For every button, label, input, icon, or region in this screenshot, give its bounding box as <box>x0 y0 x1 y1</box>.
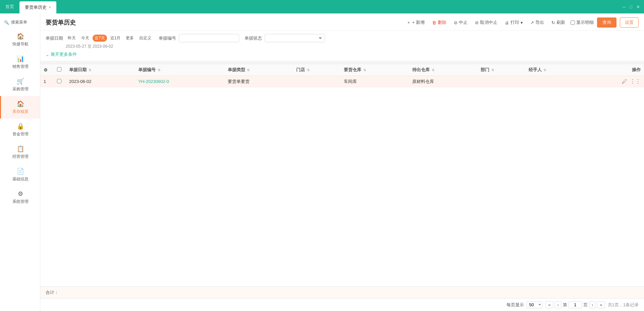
tab-home[interactable]: 首页 <box>0 0 19 13</box>
footer-summary: 合计： <box>40 286 644 298</box>
refresh-label: 刷新 <box>556 19 565 26</box>
sidebar-item-finance[interactable]: 🔒 资金管理 <box>0 119 40 141</box>
row-actions-cell: 🖊 ⋮⋮ <box>583 76 644 87</box>
delete-button[interactable]: 🗑 删除 <box>430 18 448 27</box>
th-doc-no[interactable]: 单据编号 ⇅ <box>135 64 224 76</box>
th-date-label: 单据日期 <box>69 67 87 72</box>
select-all-checkbox[interactable] <box>57 67 61 72</box>
sidebar-item-inventory-label: 库存核算 <box>12 109 29 115</box>
filter-date-range-row: 2023-05-27 至 2023-06-02 <box>46 44 639 49</box>
row-delete-icon[interactable]: ⋮⋮ <box>630 78 641 85</box>
home-icon: 🏠 <box>17 33 24 40</box>
row-checkbox[interactable] <box>57 79 61 83</box>
date-range-text: 2023-05-27 至 2023-06-02 <box>66 44 113 49</box>
minimize-icon[interactable]: ─ <box>623 4 626 9</box>
add-button[interactable]: ＋ + 新增 <box>405 18 427 27</box>
row-doc-no[interactable]: YH-20230602-0 <box>135 76 224 87</box>
page-size-select[interactable]: 50 10 20 100 <box>527 301 543 308</box>
row-doc-type: 要货单要货 <box>224 76 293 87</box>
expand-more-btn[interactable]: ⌄ 展开更多条件 <box>46 51 639 57</box>
sidebar-item-inventory[interactable]: 🏠 库存核算 <box>0 96 40 119</box>
display-detail-label: 显示明细 <box>576 19 594 26</box>
row-checkbox-cell[interactable] <box>54 76 66 87</box>
doc-number-input[interactable] <box>179 34 239 42</box>
th-department[interactable]: 部门 ⇅ <box>477 64 525 76</box>
th-pending-warehouse-label: 待出仓库 <box>412 67 430 72</box>
tab-close-icon[interactable]: × <box>49 5 51 10</box>
page-suffix: 页 <box>583 302 588 308</box>
sort-doc-type-icon: ⇅ <box>247 68 250 72</box>
display-detail-input[interactable] <box>571 20 575 25</box>
th-handler[interactable]: 经手人 ⇅ <box>525 64 583 76</box>
pagination-bar: 每页显示 50 10 20 100 « ‹ 第 页 › » 共1页，1条记录 <box>40 298 644 311</box>
tab-requisition-label: 要货单历史 <box>25 4 47 10</box>
th-store-label: 门店 <box>296 67 305 72</box>
page-actions: ＋ + 新增 🗑 删除 ⊘ 中止 ⊘ 取消中止 🖨 打印 <box>405 17 639 28</box>
display-detail-checkbox[interactable]: 显示明细 <box>571 19 594 26</box>
th-doc-type[interactable]: 单据类型 ⇅ <box>224 64 293 76</box>
shortcut-1month[interactable]: 近1月 <box>108 35 123 42</box>
sidebar-item-quick-nav[interactable]: 🏠 快捷导航 <box>0 29 40 51</box>
clipboard-icon: 📋 <box>17 145 24 152</box>
th-store[interactable]: 门店 ⇅ <box>293 64 340 76</box>
row-doc-no-link[interactable]: YH-20230602-0 <box>138 79 169 84</box>
sidebar-item-basic-info[interactable]: 📄 基础信息 <box>0 164 40 186</box>
delete-icon: 🗑 <box>432 20 436 25</box>
date-filter-label: 单据日期 <box>46 35 63 41</box>
add-icon: ＋ <box>407 19 411 26</box>
page-last-btn[interactable]: » <box>597 301 605 308</box>
top-bar: 首页 要货单历史 × ─ □ ✕ <box>0 0 644 13</box>
tab-home-label: 首页 <box>5 4 14 10</box>
settings-button[interactable]: 设置 <box>620 17 639 28</box>
refresh-button[interactable]: ↻ 刷新 <box>549 18 567 27</box>
tab-requisition-history[interactable]: 要货单历史 × <box>19 1 56 13</box>
table-body: 1 2023-06-02 YH-20230602-0 要货单要货 车间库 原材料… <box>40 76 644 87</box>
th-req-warehouse[interactable]: 要货仓库 ⇅ <box>340 64 409 76</box>
sidebar: 🔍 搜索菜单 🏠 快捷导航 📊 销售管理 🛒 采购管理 🏠 库存核算 🔒 资金管… <box>0 13 40 311</box>
sidebar-item-purchase[interactable]: 🛒 采购管理 <box>0 74 40 96</box>
row-edit-icon[interactable]: 🖊 <box>622 79 627 85</box>
page-header: 要货单历史 ＋ + 新增 🗑 删除 ⊘ 中止 ⊘ 取消中止 <box>40 13 644 31</box>
print-icon: 🖨 <box>505 20 509 25</box>
tab-list: 首页 要货单历史 × <box>0 0 56 13</box>
shortcut-more[interactable]: 更多 <box>124 35 136 42</box>
sidebar-item-quick-nav-label: 快捷导航 <box>12 41 29 47</box>
th-date[interactable]: 单据日期 ⇅ <box>66 64 135 76</box>
page-total: 共1页，1条记录 <box>608 302 639 308</box>
export-icon: ↗ <box>530 20 534 25</box>
filter-bar: 单据日期 昨天 今天 近7天 近1月 更多 自定义 单据编号 单据状态 <box>40 31 644 61</box>
th-actions-label: 操作 <box>632 67 641 72</box>
sidebar-item-purchase-label: 采购管理 <box>12 86 29 92</box>
th-settings[interactable]: ⚙ <box>40 64 54 76</box>
th-pending-warehouse[interactable]: 待出仓库 ⇅ <box>409 64 477 76</box>
sidebar-item-system[interactable]: ⚙ 系统管理 <box>0 186 40 209</box>
doc-status-select[interactable] <box>265 34 325 42</box>
sidebar-search[interactable]: 🔍 搜索菜单 <box>0 16 40 29</box>
page-prev-btn[interactable]: ‹ <box>555 301 561 308</box>
maximize-icon[interactable]: □ <box>630 4 632 9</box>
th-checkbox[interactable] <box>54 64 66 76</box>
row-handler <box>525 76 583 87</box>
close-icon[interactable]: ✕ <box>636 4 640 9</box>
shortcut-yesterday[interactable]: 昨天 <box>66 35 78 42</box>
sort-date-icon: ⇅ <box>89 68 91 72</box>
shortcut-today[interactable]: 今天 <box>79 35 91 42</box>
shortcut-custom[interactable]: 自定义 <box>137 35 153 42</box>
inventory-icon: 🏠 <box>17 100 24 107</box>
page-first-btn[interactable]: « <box>545 301 553 308</box>
row-store <box>293 76 340 87</box>
stop-icon: ⊘ <box>454 20 458 25</box>
filter-doc-status: 单据状态 <box>245 34 325 42</box>
stop-button[interactable]: ⊘ 中止 <box>452 18 470 27</box>
sidebar-item-operations[interactable]: 📋 经营管理 <box>0 141 40 164</box>
shortcut-7days[interactable]: 近7天 <box>93 35 107 42</box>
gear-icon: ⚙ <box>18 190 23 197</box>
page-next-btn[interactable]: › <box>589 301 596 308</box>
print-button[interactable]: 🖨 打印 ▾ <box>503 18 525 27</box>
query-button[interactable]: 查询 <box>597 17 616 28</box>
export-button[interactable]: ↗ 导出 <box>528 18 546 27</box>
print-label: 打印 <box>511 19 519 26</box>
page-input[interactable] <box>569 301 582 308</box>
cancel-stop-button[interactable]: ⊘ 取消中止 <box>473 18 499 27</box>
sidebar-item-sales[interactable]: 📊 销售管理 <box>0 51 40 74</box>
